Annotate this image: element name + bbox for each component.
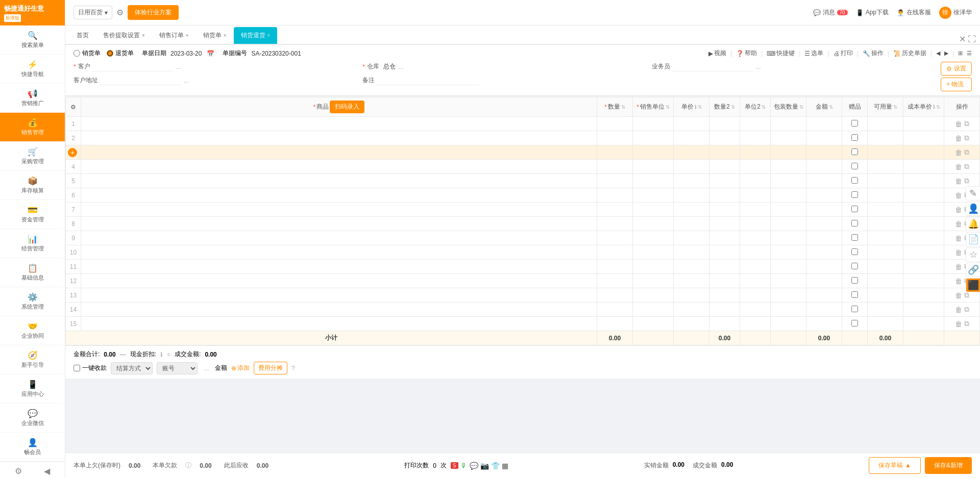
help-link[interactable]: ❓ 帮助: [736, 49, 757, 58]
delete-row-btn-1[interactable]: 🗑: [955, 120, 962, 128]
cost-cell-4[interactable]: [903, 160, 944, 174]
camera-icon[interactable]: 📷: [480, 462, 489, 470]
gift-checkbox-15[interactable]: [851, 320, 858, 326]
gift-checkbox-13[interactable]: [851, 291, 858, 298]
amount-cell-1[interactable]: [806, 117, 842, 131]
package-qty-cell-6[interactable]: [771, 188, 806, 203]
quick-link-btn[interactable]: 🔗: [966, 263, 980, 277]
unit2-cell-7[interactable]: [740, 203, 771, 217]
product-cell-5[interactable]: [81, 174, 597, 188]
unit-price-cell-3[interactable]: [674, 145, 709, 160]
package-qty-cell-4[interactable]: [771, 160, 806, 174]
product-input-3[interactable]: [83, 149, 595, 156]
quick-star-btn[interactable]: ☆: [966, 247, 980, 262]
unit-price-cell-11[interactable]: [674, 260, 709, 274]
quantity-cell-7[interactable]: [597, 203, 633, 217]
tab-home[interactable]: 首页: [69, 27, 96, 44]
operate-link[interactable]: 🔧 操作: [863, 49, 884, 58]
cost-cell-11[interactable]: [903, 260, 944, 274]
available-cell-3[interactable]: [868, 145, 903, 160]
tab-sales-delivery-close[interactable]: ×: [224, 33, 227, 38]
gift-checkbox-5[interactable]: [851, 177, 858, 184]
fee-help-icon[interactable]: ?: [291, 365, 295, 372]
settings-bottom-btn[interactable]: ⚙: [15, 466, 22, 476]
quantity-cell-9[interactable]: [597, 231, 633, 245]
tab-price-settings-close[interactable]: ×: [142, 33, 145, 38]
gift-checkbox-9[interactable]: [851, 234, 858, 241]
package-qty-cell-1[interactable]: [771, 117, 806, 131]
available-cell-9[interactable]: [868, 231, 903, 245]
available-cell-13[interactable]: [868, 288, 903, 303]
sidebar-item-wechat[interactable]: 💬 企业微信: [0, 404, 65, 433]
sales-unit-cell-11[interactable]: [633, 260, 674, 274]
sales-unit-cell-10[interactable]: [633, 245, 674, 260]
message-btn[interactable]: 💬 消息 70: [813, 8, 848, 17]
amount-cell-4[interactable]: [806, 160, 842, 174]
avail-sort-icon[interactable]: ⇅: [893, 104, 897, 110]
gift-cell-9[interactable]: [842, 231, 868, 245]
gift-checkbox-11[interactable]: [851, 263, 858, 269]
product-cell-13[interactable]: [81, 288, 597, 303]
add-payment-btn[interactable]: ⊕ 添加: [231, 364, 250, 372]
video-link[interactable]: ▶ 视频: [708, 49, 726, 58]
print-link[interactable]: 🖨 打印: [834, 49, 853, 58]
product-cell-2[interactable]: [81, 131, 597, 145]
gift-checkbox-14[interactable]: [851, 306, 858, 312]
amount-cell-13[interactable]: [806, 288, 842, 303]
copy-row-btn-1[interactable]: ⧉: [964, 119, 969, 128]
sidebar-item-finance[interactable]: 💳 资金管理: [0, 200, 65, 229]
history-link[interactable]: 📜 历史单据: [893, 49, 926, 58]
amount-cell-8[interactable]: [806, 217, 842, 231]
tab-sales-order-close[interactable]: ×: [186, 33, 189, 38]
cost-cell-15[interactable]: [903, 317, 944, 331]
radio-return-input[interactable]: [107, 50, 113, 57]
delete-row-btn-8[interactable]: 🗑: [955, 220, 962, 228]
unit-price-cell-8[interactable]: [674, 217, 709, 231]
sidebar-item-marketing[interactable]: 📢 营销推广: [0, 84, 65, 113]
copy-row-btn-5[interactable]: ⧉: [964, 177, 969, 185]
gift-cell-11[interactable]: [842, 260, 868, 274]
unit-price-cell-2[interactable]: [674, 131, 709, 145]
product-cell-1[interactable]: [81, 117, 597, 131]
gift-checkbox-3[interactable]: [851, 148, 858, 155]
copy-row-btn-15[interactable]: ⧉: [964, 319, 969, 328]
amt-sort-icon[interactable]: ⇅: [829, 104, 833, 110]
tab-sales-return[interactable]: 销货退货 ×: [234, 27, 278, 44]
gift-checkbox-8[interactable]: [851, 220, 858, 227]
tab-sales-order[interactable]: 销售订单 ×: [152, 27, 196, 44]
copy-row-btn-13[interactable]: ⧉: [964, 291, 969, 299]
unit-price-cell-9[interactable]: [674, 231, 709, 245]
delete-row-btn-15[interactable]: 🗑: [955, 320, 962, 328]
cost-cell-12[interactable]: [903, 274, 944, 288]
unit2-cell-10[interactable]: [740, 245, 771, 260]
quick-paper-btn[interactable]: 📄: [966, 232, 980, 246]
amount-cell-12[interactable]: [806, 274, 842, 288]
salesperson-ellipsis-btn[interactable]: ...: [756, 63, 761, 70]
logistics-side-btn[interactable]: + 物流: [941, 78, 972, 91]
quantity2-cell-11[interactable]: [709, 260, 740, 274]
industry-select[interactable]: 日用百货 ▾: [74, 6, 112, 19]
delete-row-btn-13[interactable]: 🗑: [955, 291, 962, 299]
radio-return[interactable]: 退货单: [107, 49, 134, 58]
quantity-cell-2[interactable]: [597, 131, 633, 145]
amount-cell-9[interactable]: [806, 231, 842, 245]
sales-unit-cell-2[interactable]: [633, 131, 674, 145]
gift-checkbox-6[interactable]: [851, 191, 858, 198]
quantity-cell-12[interactable]: [597, 274, 633, 288]
quantity2-cell-9[interactable]: [709, 231, 740, 245]
cost-cell-14[interactable]: [903, 303, 944, 317]
package-qty-cell-2[interactable]: [771, 131, 806, 145]
mic-icon[interactable]: 🎙: [460, 462, 468, 470]
sidebar-item-member[interactable]: 👤 畅会员: [0, 433, 65, 462]
sidebar-item-guide[interactable]: 🧭 新手引导: [0, 345, 65, 374]
package-qty-cell-12[interactable]: [771, 274, 806, 288]
package-qty-cell-10[interactable]: [771, 245, 806, 260]
unit-sort-icon[interactable]: ⇅: [666, 104, 670, 110]
qty-sort-icon[interactable]: ⇅: [621, 104, 625, 110]
quantity2-cell-1[interactable]: [709, 117, 740, 131]
package-qty-cell-7[interactable]: [771, 203, 806, 217]
delete-row-btn-3[interactable]: 🗑: [955, 148, 962, 157]
available-cell-5[interactable]: [868, 174, 903, 188]
unit-price-cell-5[interactable]: [674, 174, 709, 188]
delete-row-btn-12[interactable]: 🗑: [955, 277, 962, 285]
